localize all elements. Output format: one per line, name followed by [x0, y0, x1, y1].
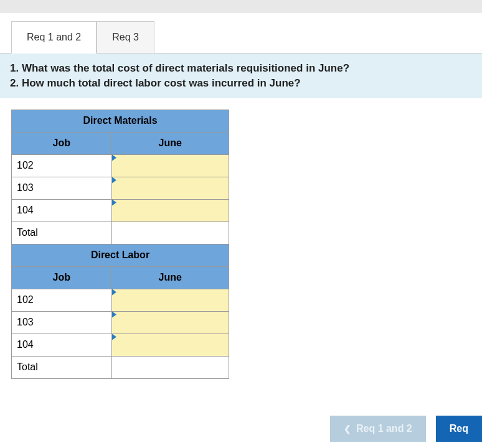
dm-title: Direct Materials	[12, 110, 229, 132]
dm-job-102: 102	[12, 154, 112, 177]
tables-container: Direct Materials Job June 102 103 104 To…	[11, 110, 229, 379]
nav-buttons: ❮ Req 1 and 2 Req	[330, 416, 482, 442]
dm-field-103[interactable]	[112, 177, 229, 199]
table-row: 104	[12, 334, 229, 356]
dl-input-104[interactable]	[111, 334, 229, 356]
dm-field-104[interactable]	[112, 200, 229, 222]
dl-field-102[interactable]	[112, 289, 229, 311]
dm-field-102[interactable]	[112, 155, 229, 177]
question-panel: 1. What was the total cost of direct mat…	[0, 53, 482, 98]
tab-strip: Req 1 and 2 Req 3	[11, 21, 482, 54]
dm-total-value	[111, 222, 229, 244]
prev-label: Req 1 and 2	[356, 423, 412, 434]
table-row: 104	[12, 199, 229, 222]
dl-input-103[interactable]	[111, 311, 229, 334]
dl-field-104[interactable]	[112, 334, 229, 356]
dl-job-102: 102	[12, 289, 112, 311]
dl-job-104: 104	[12, 334, 112, 356]
top-bar	[0, 0, 482, 12]
dm-input-103[interactable]	[111, 177, 229, 199]
table-row: 102	[12, 154, 229, 177]
table-row: 102	[12, 289, 229, 311]
table-row: 103	[12, 177, 229, 199]
tab-req-1-2[interactable]: Req 1 and 2	[11, 21, 97, 54]
dl-title: Direct Labor	[12, 244, 229, 266]
dm-input-104[interactable]	[111, 199, 229, 222]
dl-total-value	[111, 356, 229, 378]
chevron-left-icon: ❮	[344, 424, 351, 434]
tab-req-3[interactable]: Req 3	[97, 21, 154, 54]
dl-total-label: Total	[12, 356, 112, 378]
question-1: 1. What was the total cost of direct mat…	[10, 61, 472, 76]
next-button[interactable]: Req	[436, 416, 482, 442]
direct-materials-table: Direct Materials Job June 102 103 104 To…	[11, 110, 229, 379]
dl-col-job: Job	[12, 266, 112, 289]
dm-col-june: June	[111, 132, 229, 154]
table-row: 103	[12, 311, 229, 334]
dm-job-104: 104	[12, 199, 112, 222]
dl-col-june: June	[111, 266, 229, 289]
next-label: Req	[450, 423, 468, 434]
prev-button[interactable]: ❮ Req 1 and 2	[330, 416, 426, 442]
dl-field-103[interactable]	[112, 312, 229, 334]
dl-input-102[interactable]	[111, 289, 229, 311]
dm-job-103: 103	[12, 177, 112, 199]
table-row: Total	[12, 356, 229, 378]
dl-job-103: 103	[12, 311, 112, 334]
question-2: 2. How much total direct labor cost was …	[10, 76, 472, 91]
dm-col-job: Job	[12, 132, 112, 154]
dm-input-102[interactable]	[111, 154, 229, 177]
table-row: Total	[12, 222, 229, 244]
dm-total-label: Total	[12, 222, 112, 244]
